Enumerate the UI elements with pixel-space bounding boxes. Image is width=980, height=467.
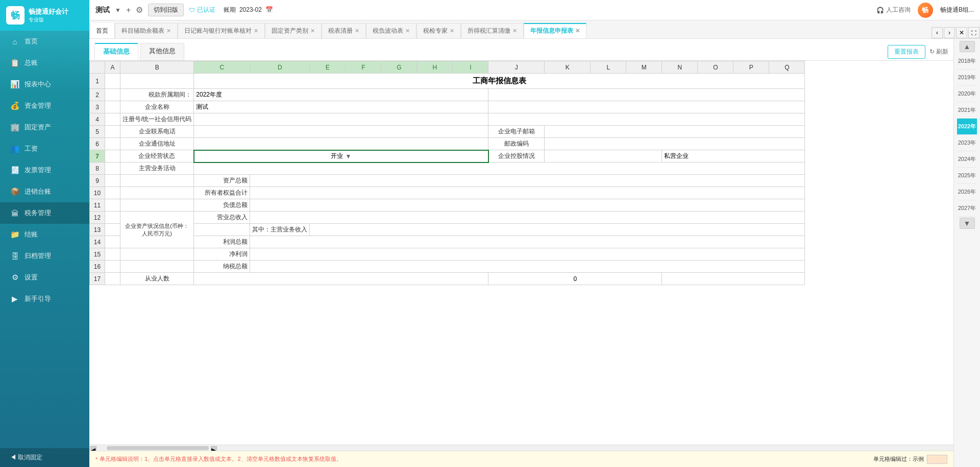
cell-11d[interactable] — [250, 199, 805, 212]
col-header-a[interactable]: A — [105, 61, 120, 74]
cell-7n[interactable]: 私营企业 — [662, 150, 805, 162]
col-header-g[interactable]: G — [381, 61, 417, 74]
tab-close-tax_fluctuation[interactable]: ✕ — [405, 28, 410, 34]
tab-close-aux_balance[interactable]: ✕ — [166, 28, 171, 34]
year-item-2019年[interactable]: 2019年 — [957, 69, 977, 86]
cell-6a[interactable] — [105, 138, 120, 150]
tab-close-tax_form[interactable]: ✕ — [355, 28, 359, 34]
cell-7c-dropdown[interactable]: 开业 ▼ — [194, 150, 488, 162]
cell-2a[interactable] — [105, 89, 120, 101]
cell-4c[interactable] — [194, 113, 488, 126]
cell-9a[interactable] — [105, 175, 120, 187]
col-header-h[interactable]: H — [417, 61, 453, 74]
old-version-button[interactable]: 切到旧版 — [148, 4, 184, 16]
col-header-f[interactable]: F — [346, 61, 381, 74]
spreadsheet-wrapper[interactable]: A B C D E F G H I J K L M — [89, 61, 953, 445]
tab-close-fixed_assets_category[interactable]: ✕ — [310, 28, 315, 34]
cell-5a[interactable] — [105, 126, 120, 138]
cell-14d[interactable] — [250, 236, 805, 248]
cell-3c[interactable]: 测试 — [194, 101, 488, 113]
user-avatar[interactable]: 畅 — [918, 3, 933, 18]
cell-12d[interactable] — [250, 212, 805, 224]
col-header-k[interactable]: K — [545, 61, 591, 74]
cell-9d[interactable] — [250, 175, 805, 187]
cell-17j[interactable]: 0 — [488, 273, 662, 285]
company-dropdown-icon[interactable]: ▼ — [115, 7, 121, 14]
sidebar-item-guide[interactable]: ▶新手引导 — [0, 288, 89, 310]
col-header-m[interactable]: M — [626, 61, 662, 74]
col-header-l[interactable]: L — [591, 61, 626, 74]
tab-close-tax_inspection[interactable]: ✕ — [450, 28, 454, 34]
col-header-o[interactable]: O — [698, 61, 733, 74]
cell-1b[interactable] — [120, 74, 194, 89]
cell-4a[interactable] — [105, 113, 120, 126]
col-header-i[interactable]: I — [453, 61, 488, 74]
tab-next-button[interactable]: › — [944, 27, 955, 38]
cell-6c[interactable] — [194, 138, 488, 150]
cell-15b[interactable] — [120, 248, 194, 261]
tab-income_tax[interactable]: 所得税汇算清缴✕ — [461, 23, 524, 38]
tab-maximize-button[interactable]: ⛶ — [968, 27, 979, 38]
year-up-button[interactable]: ▲ — [960, 41, 975, 52]
cell-5k[interactable] — [545, 126, 805, 138]
cell-15d[interactable] — [250, 248, 805, 261]
col-header-c[interactable]: C — [194, 61, 250, 74]
year-item-2024年[interactable]: 2024年 — [957, 151, 977, 168]
cell-14a[interactable] — [105, 236, 120, 248]
cell-4j[interactable] — [488, 113, 805, 126]
year-item-2023年[interactable]: 2023年 — [957, 135, 977, 151]
tab-close-annual_report[interactable]: ✕ — [575, 28, 580, 34]
cell-10a[interactable] — [105, 187, 120, 199]
sidebar-item-payroll[interactable]: 👥工资 — [0, 138, 89, 159]
cell-16d[interactable] — [250, 261, 805, 273]
cell-16a[interactable] — [105, 261, 120, 273]
cell-6k[interactable] — [545, 138, 805, 150]
col-header-p[interactable]: P — [733, 61, 769, 74]
col-header-d[interactable]: D — [250, 61, 310, 74]
service-button[interactable]: 🎧 人工咨询 — [876, 6, 911, 14]
year-item-2022年[interactable]: 2022年 — [957, 119, 977, 135]
tab-aux_balance[interactable]: 科目辅助余额表✕ — [115, 23, 178, 38]
sidebar-item-ledger[interactable]: 📋总账 — [0, 52, 89, 74]
sidebar-item-archive[interactable]: 🗄归档管理 — [0, 245, 89, 267]
cell-1a[interactable] — [105, 74, 120, 89]
cell-13e[interactable] — [310, 224, 805, 236]
cell-17a[interactable] — [105, 273, 120, 285]
tab-close-income_tax[interactable]: ✕ — [512, 28, 517, 34]
sidebar-item-funds[interactable]: 💰资金管理 — [0, 95, 89, 116]
calendar-icon[interactable]: 📅 — [265, 6, 273, 13]
sidebar-item-inventory[interactable]: 📦进销台账 — [0, 181, 89, 202]
sidebar-item-close[interactable]: 📁结账 — [0, 224, 89, 245]
cell-17n[interactable] — [662, 273, 805, 285]
tab-tax_fluctuation[interactable]: 税负波动表✕ — [366, 23, 416, 38]
cell-2c[interactable]: 2022年度 — [194, 89, 488, 101]
settings-icon[interactable]: ⚙ — [136, 5, 143, 15]
col-header-b[interactable]: B — [120, 61, 194, 74]
year-down-button[interactable]: ▼ — [960, 218, 975, 229]
tab-fixed_assets_category[interactable]: 固定资产类别✕ — [265, 23, 322, 38]
col-header-n[interactable]: N — [662, 61, 698, 74]
tab-journal[interactable]: 日记账与银行对账单核对✕ — [178, 23, 265, 38]
col-header-q[interactable]: Q — [769, 61, 805, 74]
tab-tax_form[interactable]: 税表清册✕ — [322, 23, 366, 38]
cell-11b[interactable] — [120, 199, 194, 212]
cell-13c[interactable] — [194, 224, 250, 236]
cell-12a[interactable] — [105, 212, 120, 224]
tab-other-info[interactable]: 其他信息 — [140, 43, 184, 60]
cell-5c[interactable] — [194, 126, 488, 138]
tab-tax_inspection[interactable]: 税检专家✕ — [416, 23, 461, 38]
tab-annual_report[interactable]: 年报信息申报表✕ — [524, 23, 586, 38]
hscroll-left-btn[interactable]: ◀ — [90, 446, 96, 450]
year-item-2025年[interactable]: 2025年 — [957, 168, 977, 184]
col-header-e[interactable]: E — [310, 61, 346, 74]
hscroll-right-btn[interactable]: ▶ — [211, 446, 217, 450]
year-item-2018年[interactable]: 2018年 — [957, 53, 977, 69]
sidebar-item-reports[interactable]: 📊报表中心 — [0, 74, 89, 95]
year-item-2020年[interactable]: 2020年 — [957, 86, 977, 102]
tab-basic-info[interactable]: 基础信息 — [94, 43, 138, 60]
tab-home[interactable]: 首页 — [89, 23, 115, 38]
cell-2j[interactable] — [488, 89, 805, 101]
hscroll-track[interactable] — [107, 446, 209, 450]
cell-17c[interactable] — [194, 273, 488, 285]
cell-3a[interactable] — [105, 101, 120, 113]
